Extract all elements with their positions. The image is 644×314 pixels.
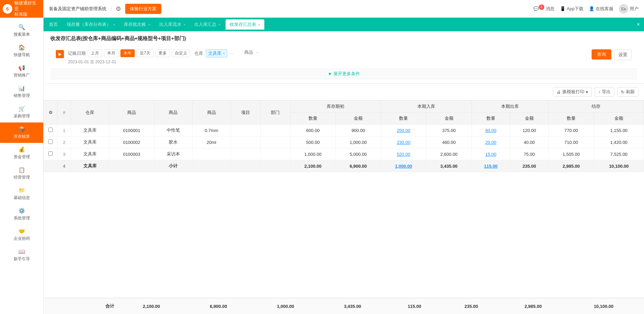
page-header: 收发存汇总表(按仓库+商品编码+商品+规格型号+项目+部门) ▶ 记账日期 上月… — [44, 31, 644, 84]
tab-close-inout-flow[interactable]: × — [183, 22, 185, 27]
phone-icon: 📱 — [560, 6, 565, 11]
row-bal-amt: 7,525.00 — [594, 148, 644, 160]
service-button[interactable]: 👤 在线客服 — [589, 6, 613, 12]
settings-button[interactable]: 设置 — [614, 49, 632, 60]
warehouse-tag-close-icon[interactable]: × — [223, 51, 225, 55]
date-filter-row: 记账日期 上月 本月 本年 近7天 更多 自定义 — [68, 49, 190, 57]
row-out-qty[interactable]: 20.00 — [472, 136, 510, 148]
user-button[interactable]: Ea 用户 — [619, 4, 639, 14]
tab-batch[interactable]: 库存批次账× — [120, 19, 154, 30]
date-btn-this-month[interactable]: 本月 — [104, 49, 118, 57]
row-checkbox[interactable] — [44, 125, 57, 136]
total-bal-qty: 2,985.00 — [500, 301, 567, 311]
trial-button[interactable]: 体验行业方案 — [125, 4, 161, 14]
row-project — [231, 125, 260, 136]
message-button[interactable]: 💬 6 消息 — [533, 6, 555, 12]
tab-stock-dist[interactable]: 现存量（库存分布表）× — [63, 19, 119, 30]
topbar-system-title: 装备及固定资产辅助管理系统 — [49, 6, 106, 12]
date-btn-7days[interactable]: 近7天 — [137, 49, 153, 57]
tab-close-inout-summary[interactable]: × — [218, 22, 220, 27]
row-in-qty[interactable]: 520.00 — [381, 148, 426, 160]
tab-recv-send[interactable]: 收发存汇总表× — [226, 19, 264, 30]
sidebar-item-sales[interactable]: 📊销售管理 — [0, 82, 43, 102]
sidebar-item-purchase[interactable]: 🛒采购管理 — [0, 102, 43, 122]
goods-more-icon[interactable]: ··· — [256, 50, 259, 55]
sidebar-item-system[interactable]: ⚙️系统管理 — [0, 204, 43, 225]
sidebar-item-quick-nav[interactable]: 🏠快捷导航 — [0, 41, 43, 61]
table-row: 2 文具库 0100002 胶水 20ml 500.00 1,000.00 23… — [44, 136, 644, 148]
row-checkbox[interactable] — [44, 148, 57, 160]
col-dept-header: 部门 — [261, 101, 290, 125]
tab-inout-flow[interactable]: 出入库流水× — [155, 19, 189, 30]
topbar-settings-icon[interactable]: ⚙ — [116, 5, 121, 13]
tab-close-recv-send[interactable]: × — [258, 22, 260, 27]
row-code: 0100001 — [109, 125, 154, 136]
topbar-right: 💬 6 消息 📱 App下载 👤 在线客服 Ea 用户 — [533, 4, 639, 14]
sidebar-item-operation[interactable]: 📋经营管理 — [0, 163, 43, 184]
sales-icon: 📊 — [18, 85, 25, 92]
warehouse-tag-text: 文具库 — [208, 50, 221, 56]
col-setting-header[interactable]: ⚙ — [44, 101, 57, 125]
template-print-label: 换模板打印 — [562, 89, 584, 95]
sidebar-item-inventory[interactable]: 📦库存核算 — [0, 122, 43, 143]
row-in-amt: 460.00 — [426, 136, 472, 148]
tab-label-home: 首页 — [49, 21, 58, 28]
date-btn-more[interactable]: 更多 — [155, 49, 170, 57]
message-label: 消息 — [546, 6, 555, 12]
subtotal-row: 4 文具库 小计 2,100.00 6,900.00 1,000.00 3,43… — [44, 160, 644, 172]
subtotal-dept — [261, 160, 290, 172]
sidebar-item-search[interactable]: 🔍搜索菜单 — [0, 20, 43, 41]
row-out-qty[interactable]: 15.00 — [472, 148, 510, 160]
app-download-button[interactable]: 📱 App下载 — [560, 6, 583, 12]
total-in-qty: 1,000.00 — [252, 301, 319, 311]
row-check-input[interactable] — [48, 139, 53, 144]
sidebar-item-basic[interactable]: 📁基础信息 — [0, 184, 43, 204]
row-checkbox[interactable] — [44, 136, 57, 148]
row-warehouse: 文具库 — [71, 136, 109, 148]
tab-close-stock-dist[interactable]: × — [113, 22, 115, 27]
row-check-input[interactable] — [48, 151, 53, 156]
user-label: 用户 — [630, 6, 639, 12]
sidebar-item-collab[interactable]: 🤝企业协同 — [0, 225, 43, 245]
row-bal-amt: 1,420.00 — [594, 136, 644, 148]
row-in-qty[interactable]: 250.00 — [381, 125, 426, 136]
sidebar-item-marketing[interactable]: 📢营销推广 — [0, 61, 43, 82]
subtotal-in-qty[interactable]: 1,000.00 — [381, 160, 426, 172]
sidebar-label-marketing: 营销推广 — [14, 72, 30, 78]
total-label: 合计 — [74, 301, 118, 311]
query-button[interactable]: 查询 — [592, 49, 611, 60]
refresh-button[interactable]: ↻ 刷新 — [617, 87, 639, 97]
chevron-down-icon: ▾ — [586, 89, 588, 95]
warehouse-tag[interactable]: 文具库 × — [206, 49, 227, 57]
template-print-button[interactable]: 🖨 换模板打印 ▾ — [553, 87, 592, 97]
expand-more-button[interactable]: ▼ 展开更多条件 — [328, 71, 360, 77]
subtotal-init-amt: 6,900.00 — [335, 160, 381, 172]
goods-label: 商品 — [244, 49, 253, 55]
row-in-qty[interactable]: 230.00 — [381, 136, 426, 148]
sidebar-item-guide[interactable]: 📖新手引导 — [0, 245, 43, 265]
row-init-qty: 1,000.00 — [290, 148, 335, 160]
subtotal-out-qty[interactable]: 115.00 — [472, 160, 510, 172]
table-row: 3 文具库 0100003 采访本 1,000.00 5,000.00 520.… — [44, 148, 644, 160]
date-btn-last-month[interactable]: 上月 — [88, 49, 102, 57]
tab-home[interactable]: 首页 — [45, 19, 62, 30]
export-button[interactable]: ↑ 导出 — [595, 87, 615, 97]
row-out-qty[interactable]: 80.00 — [472, 125, 510, 136]
row-warehouse: 文具库 — [71, 125, 109, 136]
tab-label-recv-send: 收发存汇总表 — [230, 21, 256, 28]
sidebar-label-search: 搜索菜单 — [14, 32, 30, 37]
basic-icon: 📁 — [18, 187, 25, 194]
page-title: 收发存汇总表(按仓库+商品编码+商品+规格型号+项目+部门) — [50, 35, 637, 42]
filter-collapse-button[interactable]: ▶ — [56, 50, 64, 58]
tabs-close-all-button[interactable]: × — [634, 20, 643, 29]
date-btn-custom[interactable]: 自定义 — [172, 49, 190, 57]
warehouse-more-icon[interactable]: ··· — [230, 51, 233, 56]
date-btn-this-year[interactable]: 本年 — [120, 49, 135, 57]
tab-inout-summary[interactable]: 出入库汇总× — [190, 19, 225, 30]
tab-close-batch[interactable]: × — [148, 22, 150, 27]
quick-nav-icon: 🏠 — [18, 44, 25, 51]
row-bal-qty: 710.00 — [548, 136, 594, 148]
sidebar-item-finance[interactable]: 💰资金管理 — [0, 143, 43, 163]
col-out-qty-header: 数量 — [472, 113, 510, 125]
row-check-input[interactable] — [48, 128, 53, 132]
